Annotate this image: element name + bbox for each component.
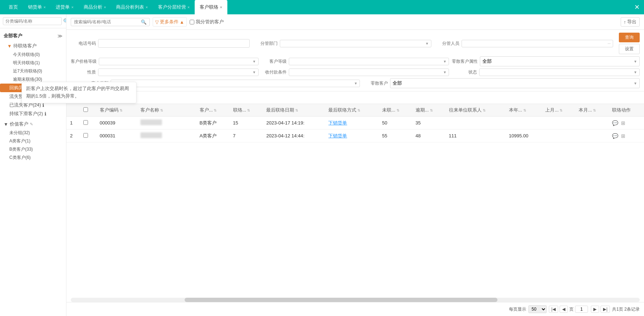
class-c-item[interactable]: C类客户(6) — [0, 154, 66, 162]
row1-contacts — [445, 117, 505, 129]
dept-chevron-icon: ▼ — [425, 42, 429, 46]
main-search-input[interactable] — [74, 19, 139, 24]
row1-contact: 15 — [230, 117, 263, 129]
close-customer-seg-icon[interactable]: × — [187, 5, 190, 9]
my-customers-checkbox[interactable]: 我分管的客户 — [190, 19, 224, 25]
table-header-row: 客户编码⇅ 客户名称⇅ 客户...⇅ 联络...⇅ 最后联络日期⇅ 最后联络方式… — [66, 104, 644, 117]
retail-customer-chevron-icon: ▼ — [634, 81, 637, 85]
value-customer-label[interactable]: ▼ 价值客户 ✎ — [0, 119, 66, 129]
unclassified-item[interactable]: 未分组(32) — [0, 129, 66, 137]
nav-product-analysis-list[interactable]: 商品分析列表× — [111, 0, 153, 14]
today-contact-item[interactable]: 今天待联络(0) — [4, 51, 66, 59]
nav-purchase-order[interactable]: 进货单× — [51, 0, 78, 14]
filter-row-1: 电话号码 分管部门 ▼ 分管人员 ··· — [71, 33, 640, 54]
more-filters-button[interactable]: ▽ 更多条件 ▲ — [153, 17, 187, 27]
nav-home[interactable]: 首页 — [4, 0, 23, 14]
prev-page-button[interactable]: ◀ — [560, 306, 568, 313]
price-level-select[interactable]: ▼ — [99, 58, 259, 65]
row2-grid-icon[interactable]: ⊞ — [621, 133, 625, 139]
payment-select[interactable]: ▼ — [289, 69, 449, 76]
date-sort-icon[interactable]: ⇅ — [295, 108, 298, 112]
code-sort-icon[interactable]: ⇅ — [120, 108, 122, 112]
customer-level-select[interactable]: ▼ — [289, 58, 449, 65]
customer-type-select[interactable]: ▼ — [111, 80, 360, 87]
method-sort-icon[interactable]: ⇅ — [357, 108, 360, 112]
nav-customer-segmentation[interactable]: 客户分层经营× — [153, 0, 195, 14]
col-this-month: 本月...⇅ — [575, 104, 608, 117]
value-edit-icon[interactable]: ✎ — [30, 122, 33, 127]
sidebar: 🔍 全部客户 ≫ ▼ 待联络客户 今天待联络(0) 明天待联络(1) 近7天待联… — [0, 14, 66, 316]
my-customers-check[interactable] — [190, 20, 194, 24]
nature-select[interactable]: ▼ — [98, 69, 259, 76]
last-page-button[interactable]: ▶| — [601, 306, 610, 313]
row2-chat-icon[interactable]: 💬 — [612, 133, 618, 139]
contacts-sort-icon[interactable]: ⇅ — [483, 108, 486, 112]
scrollbar-thumb[interactable] — [185, 298, 497, 302]
main-search-icon[interactable]: 🔍 — [141, 19, 147, 25]
declining-item[interactable]: 持续下滑客户(2) ℹ — [0, 109, 66, 118]
class-b-item[interactable]: B类客户(33) — [0, 145, 66, 154]
uncontacted-sort-icon[interactable]: ⇅ — [397, 108, 399, 112]
name-sort-icon[interactable]: ⇅ — [160, 108, 163, 112]
contact-sort-icon[interactable]: ⇅ — [247, 108, 250, 112]
close-all-button[interactable]: ✕ — [634, 3, 640, 11]
row1-name-blurred — [140, 119, 162, 125]
status-label: 状态 — [452, 69, 477, 75]
row2-uncontacted: 55 — [379, 129, 412, 142]
row2-index: 2 — [66, 129, 80, 142]
overdue-sort-icon[interactable]: ⇅ — [430, 108, 433, 112]
query-button[interactable]: 查询 — [619, 33, 640, 42]
phone-input[interactable] — [98, 39, 250, 48]
close-customer-contact-icon[interactable]: × — [220, 5, 222, 9]
per-page-select[interactable]: 50 20 100 — [528, 305, 547, 313]
col-index — [66, 104, 80, 117]
class-a-item[interactable]: A类客户(1) — [0, 137, 66, 145]
sidebar-tree: 全部客户 ≫ ▼ 待联络客户 今天待联络(0) 明天待联络(1) 近7天待联络(… — [0, 28, 66, 316]
week-contact-item[interactable]: 近7天待联络(0) — [4, 67, 66, 75]
status-select[interactable]: ▼ — [479, 69, 640, 76]
row2-code: 000031 — [96, 129, 137, 142]
thismonth-sort-icon[interactable]: ⇅ — [593, 108, 596, 112]
export-button[interactable]: ↑ 导出 — [621, 17, 640, 27]
sidebar-collapse-icon[interactable]: ≫ — [57, 33, 62, 39]
filter-row-4: ... 客户类型 ▼ 零散客户 全部 ▼ — [71, 78, 640, 88]
row1-select-checkbox[interactable] — [83, 120, 88, 125]
lastmonth-sort-icon[interactable]: ⇅ — [560, 108, 562, 112]
close-product-analysis-icon[interactable]: × — [104, 5, 106, 9]
next-page-button[interactable]: ▶ — [591, 306, 599, 313]
sidebar-search-input[interactable] — [3, 17, 62, 25]
year-sort-icon[interactable]: ⇅ — [523, 108, 526, 112]
retail-attr-field: 零散客户属性 全部 ▼ — [452, 56, 640, 66]
sidebar-search-icon[interactable]: 🔍 — [63, 18, 66, 24]
manager-select[interactable]: ··· — [462, 40, 613, 47]
sidebar-all-customers[interactable]: 全部客户 ≫ — [0, 30, 66, 41]
close-product-analysis-list-icon[interactable]: × — [145, 5, 148, 9]
first-page-button[interactable]: |◀ — [549, 306, 558, 313]
row1-this-month — [575, 117, 608, 129]
dept-select[interactable]: ▼ — [280, 40, 431, 47]
level-sort-icon[interactable]: ⇅ — [214, 108, 217, 112]
settings-button[interactable]: 设置 — [619, 44, 640, 54]
payment-chevron-icon: ▼ — [443, 70, 446, 74]
tomorrow-contact-item[interactable]: 明天待联络(1) — [4, 59, 66, 67]
page-number-input[interactable] — [575, 306, 588, 313]
row1-grid-icon[interactable]: ⊞ — [621, 120, 625, 126]
row1-chat-icon[interactable]: 💬 — [612, 120, 618, 126]
col-level: 客户...⇅ — [196, 104, 230, 117]
row2-select-checkbox[interactable] — [83, 133, 88, 138]
row1-method-link[interactable]: 下销货单 — [328, 120, 347, 126]
horizontal-scrollbar[interactable] — [71, 298, 640, 302]
row2-method-link[interactable]: 下销货单 — [328, 133, 347, 138]
row1-action-icons: 💬 ⊞ — [612, 120, 640, 126]
retail-customer-select[interactable]: 全部 ▼ — [390, 78, 640, 88]
row1-last-date: 2023-04-17 14:19: — [263, 117, 325, 129]
nav-product-analysis[interactable]: 商品分析× — [79, 0, 111, 14]
close-sales-order-icon[interactable]: × — [43, 5, 46, 9]
select-all-checkbox[interactable] — [83, 107, 88, 112]
pending-contact-label[interactable]: ▼ 待联络客户 — [4, 41, 66, 51]
retail-attr-select[interactable]: 全部 ▼ — [480, 56, 640, 66]
col-contact: 联络...⇅ — [230, 104, 263, 117]
nav-customer-contact[interactable]: 客户联络× — [195, 0, 227, 14]
nav-sales-order[interactable]: 销货单× — [23, 0, 51, 14]
close-purchase-icon[interactable]: × — [71, 5, 73, 9]
